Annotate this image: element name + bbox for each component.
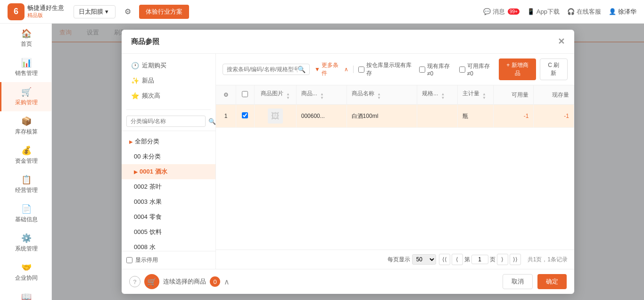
content-area: 查询 设置 刷新 商品参照 ✕ 🕐: [52, 24, 644, 300]
page-suffix: 页: [490, 256, 495, 264]
page-label: 第: [464, 256, 470, 264]
cancel-button[interactable]: 取消: [503, 274, 533, 289]
cat-arrow-all: ▶: [129, 139, 133, 144]
sidebar-item-guide[interactable]: 📖 新手引导: [0, 287, 51, 300]
usable-stock-check[interactable]: 可用库存≠0: [459, 62, 495, 77]
available-stock-check[interactable]: 现有库存≠0: [419, 62, 454, 77]
sidebar-item-basic-info[interactable]: 📄 基础信息: [0, 199, 51, 228]
settings-icon[interactable]: ⚙: [120, 4, 135, 19]
refresh-button[interactable]: C 刷新: [540, 58, 568, 80]
page-nav: ⟨⟨ ⟨ 第 页 ⟩ ⟩⟩: [439, 254, 521, 265]
page-prev-btn[interactable]: ⟨: [452, 254, 463, 265]
sidebar-item-operations-label: 经营管理: [15, 186, 38, 194]
toolbar-divider: [353, 66, 354, 73]
try-industry-button[interactable]: 体验行业方案: [139, 5, 189, 19]
search-icon[interactable]: 🔍: [297, 66, 305, 73]
th-image[interactable]: 商品图片 ▲▼: [254, 85, 296, 105]
th-settings[interactable]: ⚙: [216, 85, 236, 105]
cat-all[interactable]: ▶ 全部分类: [122, 134, 215, 149]
sidebar-item-purchase-label: 采购管理: [15, 99, 38, 107]
tab-recent-purchase[interactable]: 🕐 近期购买: [126, 58, 211, 73]
sidebar-item-system[interactable]: ⚙️ 系统管理: [0, 228, 51, 258]
user-avatar[interactable]: 👤 徐泽华: [609, 8, 636, 16]
show-disabled-label[interactable]: 显示停用: [135, 256, 158, 264]
logo-title: 畅捷通好生意: [27, 4, 64, 12]
product-table-wrap: ⚙ 商品图片 ▲▼: [216, 85, 574, 250]
cart-icon[interactable]: 🛒: [144, 274, 159, 289]
product-table: ⚙ 商品图片 ▲▼: [216, 85, 574, 128]
finance-icon: 💰: [21, 145, 32, 156]
toolbar-actions: + 新增商品 C 刷新: [499, 58, 568, 80]
tab-frequent[interactable]: ⭐ 频次高: [126, 89, 211, 103]
cat-uncategorized[interactable]: 00 未分类: [122, 149, 215, 164]
sidebar-item-home[interactable]: 🏠 首页: [0, 24, 51, 53]
online-service-btn[interactable]: 🎧 在线客服: [567, 8, 601, 16]
cat-fruit[interactable]: 0003 水果: [122, 194, 215, 209]
confirm-button[interactable]: 确定: [537, 274, 567, 289]
search-toolbar: 🔍 ▼ 更多条件 ∧ 按仓库显示现有库存: [216, 54, 574, 85]
sidebar-item-purchase[interactable]: 🛒 采购管理: [0, 82, 51, 111]
th-code[interactable]: 商品... ▲▼: [296, 85, 347, 105]
row-image: 🖼: [254, 105, 296, 128]
th-spec[interactable]: 规格... ▲▼: [417, 85, 458, 105]
filter-more-button[interactable]: ▼ 更多条件 ∧: [314, 61, 348, 77]
messages-btn[interactable]: 💬 消息 99+: [483, 8, 520, 16]
cat-water[interactable]: 0008 水: [122, 240, 215, 251]
modal-close-button[interactable]: ✕: [558, 36, 565, 47]
cat-liquor[interactable]: ▶ 0001 酒水: [122, 164, 215, 179]
collapse-cart-icon[interactable]: ∧: [224, 277, 230, 286]
nav-dropdown[interactable]: 日太阳膜 ▾: [74, 5, 116, 18]
user-name: 徐泽华: [618, 8, 636, 16]
product-search-input[interactable]: [227, 66, 297, 73]
collab-icon: 🤝: [21, 262, 32, 273]
tab-new-products[interactable]: ✨ 新品: [126, 74, 211, 88]
cat-tea[interactable]: 0002 茶叶: [122, 179, 215, 194]
sidebar-item-basic-info-label: 基础信息: [15, 216, 38, 224]
cat-snack[interactable]: 0004 零食: [122, 209, 215, 225]
sidebar-item-inventory[interactable]: 📦 库存核算: [0, 111, 51, 141]
app-download-btn[interactable]: 📱 App下载: [527, 8, 560, 16]
category-search-input[interactable]: [126, 116, 206, 127]
help-icon[interactable]: ?: [129, 276, 140, 287]
divider: [126, 109, 211, 110]
row-unit: 瓶: [457, 105, 493, 128]
recent-icon: 🕐: [131, 62, 139, 69]
sidebar-item-sales[interactable]: 📊 销售管理: [0, 53, 51, 82]
row-checkbox[interactable]: [236, 105, 254, 128]
category-search-icon[interactable]: 🔍: [208, 118, 216, 125]
sidebar-item-home-label: 首页: [21, 40, 32, 48]
top-nav-right: 💬 消息 99+ 📱 App下载 🎧 在线客服 👤 徐泽华: [483, 8, 636, 16]
page-info: 共1页，1条记录: [528, 256, 568, 264]
warehouse-stock-check[interactable]: 按仓库显示现有库存: [358, 61, 414, 77]
cart-count: 0: [210, 276, 220, 287]
new-icon: ✨: [131, 77, 139, 84]
cat-beverage[interactable]: 0005 饮料: [122, 225, 215, 240]
sidebar-item-finance[interactable]: 💰 资金管理: [0, 141, 51, 170]
page-next-btn[interactable]: ⟩: [497, 254, 508, 265]
sidebar-item-operations[interactable]: 📋 经营管理: [0, 170, 51, 199]
show-disabled-checkbox[interactable]: [126, 257, 132, 263]
left-panel: 🕐 近期购买 ✨ 新品 ⭐ 频次高: [122, 54, 216, 269]
inventory-icon: 📦: [21, 116, 32, 126]
page-last-btn[interactable]: ⟩⟩: [510, 254, 521, 265]
modal-title: 商品参照: [131, 37, 159, 46]
sidebar-item-inventory-label: 库存核算: [15, 128, 38, 136]
top-nav: 6 畅捷通好生意 精品版 日太阳膜 ▾ ⚙ 体验行业方案 💬 消息 99+ 📱 …: [0, 0, 644, 24]
per-page-dropdown[interactable]: 50 100 200: [412, 254, 436, 265]
th-name[interactable]: 商品名称 ▲▼: [347, 85, 417, 105]
row-code: 000600...: [296, 105, 347, 128]
select-all-checkbox[interactable]: [242, 91, 248, 97]
th-checkbox: [236, 85, 254, 105]
home-icon: 🏠: [21, 28, 32, 39]
modal-footer: ? 🛒 连续选择的商品 0 ∧ 取消 确定: [122, 269, 574, 294]
sidebar-item-collab[interactable]: 🤝 企业协同: [0, 258, 51, 287]
modal-overlay: 商品参照 ✕ 🕐 近期购买 ✨ 新: [52, 24, 644, 300]
add-product-button[interactable]: + 新增商品: [499, 58, 536, 80]
cart-area: ? 🛒 连续选择的商品 0 ∧: [129, 274, 230, 289]
th-unit[interactable]: 主计量 ▲▼: [457, 85, 493, 105]
modal-dialog: 商品参照 ✕ 🕐 近期购买 ✨ 新: [122, 30, 574, 294]
table-row[interactable]: 1 🖼 000600... 白酒100ml: [216, 105, 574, 128]
page-first-btn[interactable]: ⟨⟨: [439, 254, 450, 265]
frequent-icon: ⭐: [131, 92, 139, 100]
page-input[interactable]: [471, 255, 488, 264]
